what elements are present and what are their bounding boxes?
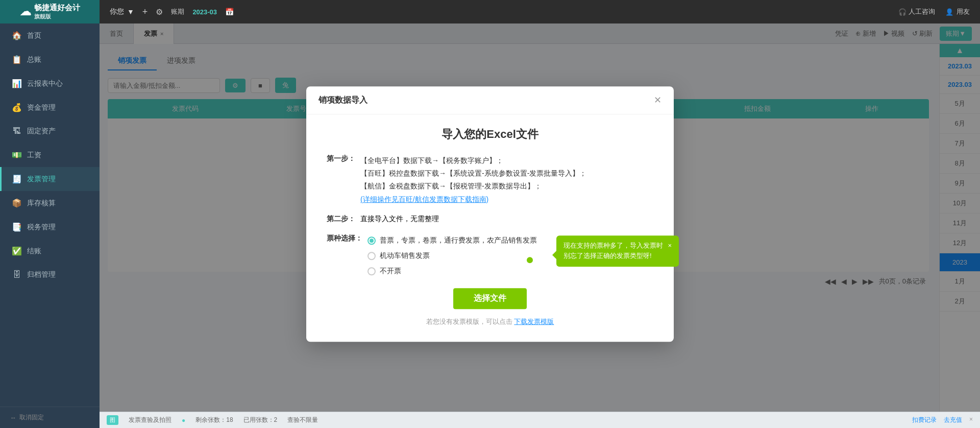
- invoice-icon: 🧾: [12, 174, 22, 184]
- step2-row: 第二步： 直接导入文件，无需整理: [327, 215, 653, 224]
- chevron-down-icon: ▼: [127, 8, 134, 16]
- sidebar: 🏠 首页 📋 总账 📊 云报表中心 💰 资金管理 🏗 固定资产 💵 工资 🧾 发…: [0, 23, 100, 428]
- ticket-label: 票种选择：: [327, 234, 362, 243]
- home-icon: 🏠: [12, 31, 22, 40]
- step2-content: 直接导入文件，无需整理: [360, 215, 653, 224]
- deduct-record-link[interactable]: 扣费记录: [912, 416, 937, 424]
- step1-link-row: (详细操作见百旺/航信发票数据下载指南): [360, 195, 653, 204]
- radio-label-1: 普票，专票，卷票，通行费发票，农产品销售发票: [380, 236, 537, 245]
- step-1: 第一步： 【全电平台】数据下载→【税务数字账户】； 【百旺】税控盘数据下载→【系…: [327, 154, 653, 204]
- sidebar-pin-toggle[interactable]: ↔ 取消固定: [0, 407, 100, 428]
- inventory-icon: 📦: [12, 198, 22, 208]
- used-count: 已用张数：2: [243, 416, 278, 424]
- modal-close-btn[interactable]: ✕: [654, 94, 662, 106]
- sidebar-label-cloud: 云报表中心: [27, 79, 63, 88]
- status-bar: 图 发票查验及拍照 ● 剩余张数：18 已用张数：2 查验不限量 扣费记录 去充…: [100, 412, 980, 428]
- sidebar-item-salary[interactable]: 💵 工资: [0, 143, 100, 167]
- modal-title: 销项数据导入: [318, 95, 368, 106]
- period-value: 2023-03: [192, 8, 217, 16]
- remaining-count: 剩余张数：18: [195, 416, 233, 424]
- sidebar-label-assets: 固定资产: [27, 127, 56, 136]
- headset-icon: 🎧: [898, 8, 906, 16]
- tooltip-text: 现在支持的票种多了，导入发票时别忘了选择正确的发票类型呀!: [564, 242, 663, 260]
- step1-line-1: 【全电平台】数据下载→【税务数字账户】；: [360, 154, 653, 167]
- top-center: 你您 ▼ + ⚙ 账期 2023-03 📅: [100, 7, 898, 17]
- tax-icon: 📑: [12, 222, 22, 232]
- close-accounts-icon: ✅: [12, 246, 22, 256]
- ledger-icon: 📋: [12, 55, 22, 64]
- modal-header: 销项数据导入 ✕: [306, 86, 674, 114]
- download-template-link[interactable]: 下载发票模版: [514, 318, 554, 325]
- consult-label: 人工咨询: [909, 7, 935, 16]
- logo-sub: 旗舰版: [34, 13, 80, 20]
- sidebar-label-home: 首页: [27, 31, 41, 40]
- user-icon: 👤: [945, 8, 953, 16]
- modal-body: 导入您的Excel文件 第一步： 【全电平台】数据下载→【税务数字账户】； 【百…: [306, 114, 674, 342]
- cloud-icon: 📊: [12, 79, 22, 88]
- footer-text: 若您没有发票模版，可以点击: [426, 318, 512, 325]
- archive-icon: 🗄: [12, 270, 22, 279]
- radio-label-3: 不开票: [380, 267, 401, 276]
- radio-circle-3: [368, 267, 376, 275]
- sidebar-label-salary: 工资: [27, 151, 41, 160]
- invoice-verify-label: 发票查验及拍照: [129, 416, 172, 424]
- sidebar-label-invoice: 发票管理: [27, 175, 56, 184]
- modal-footer: 若您没有发票模版，可以点击 下载发票模版: [327, 317, 653, 326]
- radio-circle-2: [368, 252, 376, 260]
- sidebar-item-home[interactable]: 🏠 首页: [0, 23, 100, 47]
- verify-unlimited: 查验不限量: [287, 416, 318, 424]
- sidebar-item-tax[interactable]: 📑 税务管理: [0, 215, 100, 239]
- fund-icon: 💰: [12, 103, 22, 112]
- sidebar-label-close: 结账: [27, 247, 41, 256]
- step2-label: 第二步：: [327, 215, 355, 224]
- tooltip-dot: [527, 257, 533, 263]
- sidebar-label-tax: 税务管理: [27, 223, 56, 232]
- sidebar-item-ledger[interactable]: 📋 总账: [0, 47, 100, 72]
- dot-icon: ●: [182, 417, 185, 424]
- user-area[interactable]: 👤 用友: [945, 7, 970, 16]
- radio-circle-1: [368, 236, 376, 245]
- radio-group: 普票，专票，卷票，通行费发票，农产品销售发票 × 现在支持的票种多了，导入发票时…: [368, 236, 541, 276]
- radio-item-1[interactable]: 普票，专票，卷票，通行费发票，农产品销售发票 × 现在支持的票种多了，导入发票时…: [368, 236, 541, 245]
- step1-line-3: 【航信】金税盘数据下载→【报税管理-发票数据导出】；: [360, 180, 653, 193]
- top-right: 🎧 人工咨询 👤 用友: [898, 7, 980, 16]
- modal-main-title: 导入您的Excel文件: [327, 127, 653, 142]
- sidebar-item-inventory[interactable]: 📦 库存核算: [0, 191, 100, 215]
- plus-icon[interactable]: +: [142, 7, 148, 17]
- step1-content: 【全电平台】数据下载→【税务数字账户】； 【百旺】税控盘数据下载→【系统设置-系…: [360, 154, 653, 204]
- sidebar-label-archive: 归档管理: [27, 270, 56, 279]
- radio-item-2[interactable]: 机动车销售发票: [368, 251, 541, 260]
- top-bar: ☁ 畅捷通好会计 旗舰版 你您 ▼ + ⚙ 账期 2023-03 📅 🎧 人工咨…: [0, 0, 980, 23]
- sidebar-item-archive[interactable]: 🗄 归档管理: [0, 263, 100, 287]
- guide-link[interactable]: (详细操作见百旺/航信发票数据下载指南): [360, 195, 488, 203]
- sidebar-item-assets[interactable]: 🏗 固定资产: [0, 120, 100, 143]
- tooltip-bubble: × 现在支持的票种多了，导入发票时别忘了选择正确的发票类型呀!: [556, 235, 679, 267]
- logo-icon: ☁: [20, 5, 31, 18]
- status-bar-close[interactable]: ×: [969, 416, 973, 424]
- select-file-button[interactable]: 选择文件: [453, 288, 527, 309]
- step-2: 第二步： 直接导入文件，无需整理: [327, 215, 653, 224]
- logo: ☁ 畅捷通好会计 旗舰版: [0, 0, 100, 23]
- step1-label: 第一步：: [327, 154, 355, 204]
- pin-icon: ↔: [10, 414, 16, 421]
- sidebar-item-cloud-report[interactable]: 📊 云报表中心: [0, 72, 100, 96]
- calendar-icon[interactable]: 📅: [225, 8, 234, 16]
- radio-item-3[interactable]: 不开票: [368, 267, 541, 276]
- pin-label: 取消固定: [19, 413, 44, 422]
- sidebar-item-invoice[interactable]: 🧾 发票管理: [0, 167, 100, 191]
- company-name: 你您: [110, 7, 124, 16]
- assets-icon: 🏗: [12, 127, 22, 136]
- consult-button[interactable]: 🎧 人工咨询: [898, 7, 935, 16]
- sidebar-label-inventory: 库存核算: [27, 199, 56, 208]
- ticket-type-row: 票种选择： 普票，专票，卷票，通行费发票，农产品销售发票 × 现在支持的票种多了…: [327, 234, 653, 276]
- sidebar-item-fund[interactable]: 💰 资金管理: [0, 96, 100, 120]
- tooltip-close-btn[interactable]: ×: [668, 241, 672, 251]
- user-name: 用友: [957, 7, 970, 16]
- sidebar-item-close[interactable]: ✅ 结账: [0, 239, 100, 263]
- logo-text: 畅捷通好会计: [34, 3, 80, 13]
- invoice-verify-icon: 图: [107, 415, 118, 425]
- company-selector[interactable]: 你您 ▼: [110, 7, 134, 16]
- gear-icon[interactable]: ⚙: [156, 7, 163, 17]
- sidebar-label-fund: 资金管理: [27, 103, 56, 112]
- recharge-link[interactable]: 去充值: [944, 416, 962, 424]
